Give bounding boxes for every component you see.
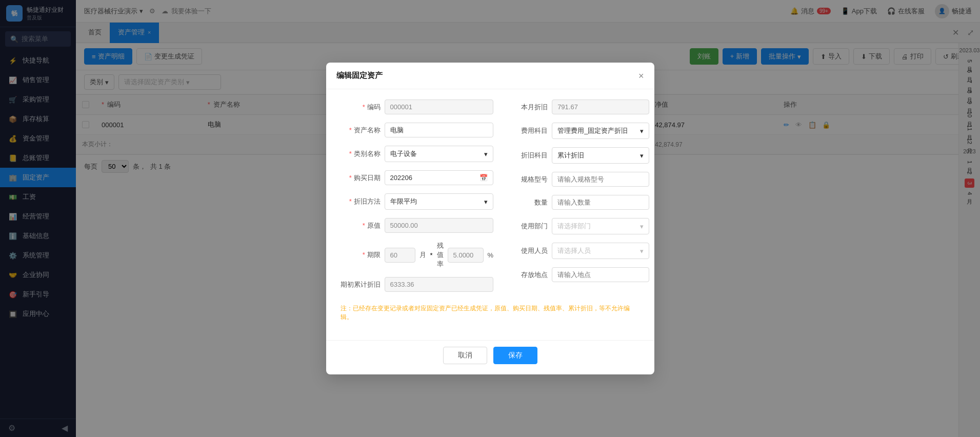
depr-method-label: * 折旧方法 xyxy=(338,197,385,206)
period-label: * 期限 xyxy=(338,250,385,260)
save-button[interactable]: 保存 xyxy=(493,347,537,364)
chevron-down-icon: ▾ xyxy=(640,223,644,230)
chevron-down-icon: ▾ xyxy=(640,127,644,135)
quantity-label: 数量 xyxy=(506,198,552,207)
monthly-depr-input xyxy=(552,100,649,114)
form-row-purchase-date: * 购买日期 202206 📅 xyxy=(338,170,494,185)
form-row-code: * 编码 xyxy=(338,100,494,114)
chevron-down-icon: ▾ xyxy=(484,198,488,206)
location-input[interactable] xyxy=(552,267,649,282)
form-row-original: * 原值 xyxy=(338,218,494,233)
modal-header: 编辑固定资产 × xyxy=(326,63,654,89)
modal-overlay: 编辑固定资产 × * 编码 xyxy=(0,0,980,437)
purchase-date-label: * 购买日期 xyxy=(338,173,385,183)
form-row-initial-depr: 期初累计折旧 xyxy=(338,277,494,292)
period-unit: 月 xyxy=(419,250,426,260)
category-label: * 类别名称 xyxy=(338,149,385,158)
modal-body: * 编码 * 资产名称 xyxy=(326,89,654,340)
modal-title: 编辑固定资产 xyxy=(336,71,383,81)
modal-close-btn[interactable]: × xyxy=(638,71,644,81)
quantity-input[interactable] xyxy=(552,195,649,210)
user-select[interactable]: 请选择人员 ▾ xyxy=(552,243,649,259)
spec-label: 规格型号 xyxy=(506,175,552,184)
form-left-col: * 编码 * 资产名称 xyxy=(338,100,494,300)
form-row-spec: 规格型号 xyxy=(506,172,649,187)
form-row-quantity: 数量 xyxy=(506,195,649,210)
form-right-col: 本月折旧 费用科目 管理费用_固定资产折旧 ▾ xyxy=(506,100,649,300)
dept-select[interactable]: 请选择部门 ▾ xyxy=(552,218,649,234)
initial-depr-label: 期初累计折旧 xyxy=(338,280,385,289)
chevron-down-icon: ▾ xyxy=(640,247,644,255)
initial-depr-input[interactable] xyxy=(385,277,494,292)
name-label: * 资产名称 xyxy=(338,126,385,135)
form-columns: * 编码 * 资产名称 xyxy=(338,100,642,300)
form-row-name: * 资产名称 xyxy=(338,123,494,137)
location-label: 存放地点 xyxy=(506,270,552,280)
period-input[interactable] xyxy=(385,248,415,263)
cancel-button[interactable]: 取消 xyxy=(443,347,487,364)
chevron-down-icon: ▾ xyxy=(484,150,488,158)
form-row-dept: 使用部门 请选择部门 ▾ xyxy=(506,218,649,234)
calendar-icon: 📅 xyxy=(479,174,488,182)
user-label: 使用人员 xyxy=(506,246,552,255)
spec-input[interactable] xyxy=(552,172,649,187)
depr-subject-select[interactable]: 累计折旧 ▾ xyxy=(552,147,649,164)
form-row-monthly-depr: 本月折旧 xyxy=(506,100,649,114)
code-input[interactable] xyxy=(385,100,494,114)
chevron-down-icon: ▾ xyxy=(640,152,644,160)
form-row-period: * 期限 月 * 残值率 % xyxy=(338,241,494,269)
purchase-date-input[interactable]: 202206 📅 xyxy=(385,170,494,185)
code-label: * 编码 xyxy=(338,103,385,112)
dept-label: 使用部门 xyxy=(506,222,552,231)
expense-subject-select[interactable]: 管理费用_固定资产折旧 ▾ xyxy=(552,123,649,139)
form-row-depr-method: * 折旧方法 年限平均 ▾ xyxy=(338,193,494,210)
depr-subject-label: 折旧科目 xyxy=(506,151,552,160)
modal-note: 注：已经存在变更记录或者对应固定资产已经生成凭证，原值、购买日期、残值率、累计折… xyxy=(338,304,642,322)
monthly-depr-label: 本月折旧 xyxy=(506,103,552,112)
edit-asset-modal: 编辑固定资产 × * 编码 xyxy=(326,63,654,374)
residual-unit: % xyxy=(488,251,494,259)
name-input[interactable] xyxy=(385,123,494,137)
original-input[interactable] xyxy=(385,218,494,233)
form-row-user: 使用人员 请选择人员 ▾ xyxy=(506,243,649,259)
category-select[interactable]: 电子设备 ▾ xyxy=(385,146,494,162)
residual-input[interactable] xyxy=(448,248,484,263)
residual-label-inline: 残值率 xyxy=(437,241,444,269)
form-row-category: * 类别名称 电子设备 ▾ xyxy=(338,146,494,162)
depr-method-select[interactable]: 年限平均 ▾ xyxy=(385,193,494,210)
form-row-expense-subject: 费用科目 管理费用_固定资产折旧 ▾ xyxy=(506,123,649,139)
expense-subject-label: 费用科目 xyxy=(506,126,552,135)
modal-footer: 取消 保存 xyxy=(326,340,654,374)
original-label: * 原值 xyxy=(338,221,385,230)
form-row-location: 存放地点 xyxy=(506,267,649,282)
period-inline: 月 * 残值率 % xyxy=(385,241,494,269)
form-row-depr-subject: 折旧科目 累计折旧 ▾ xyxy=(506,147,649,164)
